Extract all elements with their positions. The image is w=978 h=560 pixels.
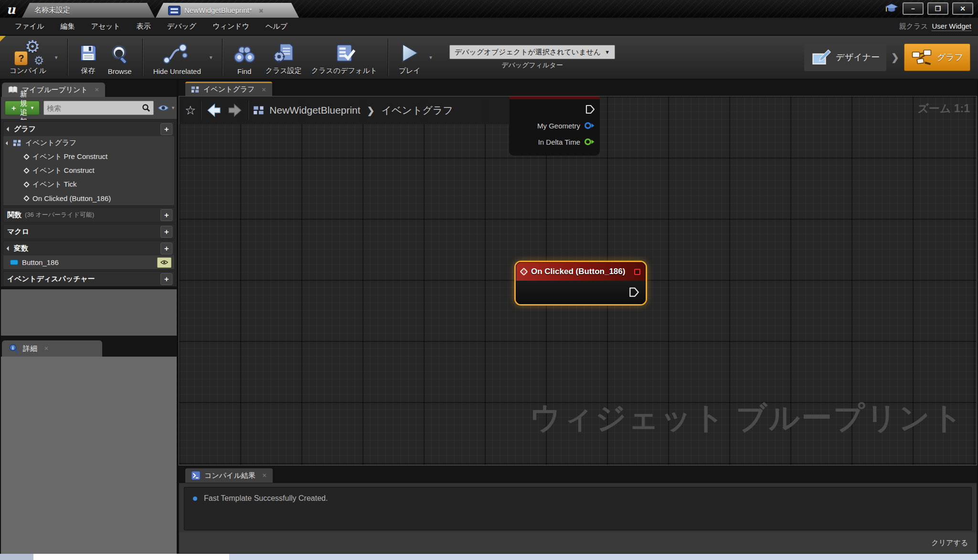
window-tab-untitled[interactable]: 名称未設定 xyxy=(22,3,155,18)
data-pin-green[interactable] xyxy=(584,137,596,146)
graph-mode-icon xyxy=(911,49,932,66)
event-diamond-icon xyxy=(23,154,30,160)
play-options-caret[interactable]: ▼ xyxy=(425,55,436,60)
compile-options-caret[interactable]: ▼ xyxy=(51,55,62,60)
hide-unrelated-caret[interactable]: ▼ xyxy=(206,55,216,60)
restore-button[interactable]: ❐ xyxy=(927,2,948,15)
menu-edit[interactable]: 編集 xyxy=(52,22,83,31)
back-arrow-icon[interactable] xyxy=(206,103,222,118)
tree-item-event-graph[interactable]: イベントグラフ xyxy=(3,136,174,150)
add-dispatcher-button[interactable]: ＋ xyxy=(160,273,172,285)
variable-visibility-toggle[interactable] xyxy=(157,257,171,268)
save-button[interactable]: 保存 xyxy=(74,36,103,79)
menu-window[interactable]: ウィンドウ xyxy=(204,22,257,31)
graph-mode-button[interactable]: グラフ xyxy=(904,43,970,71)
add-variable-button[interactable]: ＋ xyxy=(160,243,172,254)
menu-view[interactable]: 表示 xyxy=(128,22,159,31)
visibility-filter-button[interactable]: ▼ xyxy=(158,104,176,112)
play-button[interactable]: プレイ xyxy=(394,36,425,79)
my-blueprint-tab-close-icon[interactable]: ✕ xyxy=(95,86,99,93)
class-settings-button[interactable]: クラス設定 xyxy=(261,36,307,79)
mode-chevron-icon: ❯ xyxy=(891,52,899,63)
toolbar-corner-accent xyxy=(0,36,6,42)
minimize-icon: – xyxy=(911,5,915,12)
minimize-button[interactable]: – xyxy=(903,2,924,15)
forward-arrow-icon[interactable] xyxy=(227,103,243,118)
eye-icon xyxy=(158,104,169,112)
compiler-message: Fast Template Successfully Created. xyxy=(204,494,328,503)
find-button[interactable]: Find xyxy=(228,36,261,79)
menu-debug[interactable]: デバッグ xyxy=(159,22,204,31)
breadcrumb-root[interactable]: NewWidgetBlueprint xyxy=(269,105,360,116)
my-blueprint-tab[interactable]: マイブループリント ✕ xyxy=(2,83,105,97)
graph-watermark: ウィジェット ブループリント xyxy=(530,397,964,439)
compiler-results-panel: コンパイル結果 ✕ Fast Template Successfully Cre… xyxy=(179,465,977,554)
details-tab[interactable]: i 詳細 ✕ xyxy=(2,340,102,357)
menu-file[interactable]: ファイル xyxy=(7,22,52,31)
add-macro-button[interactable]: ＋ xyxy=(160,226,172,238)
clear-button[interactable]: クリアする xyxy=(931,539,968,548)
my-blueprint-toolbar: ＋ 新規追加 ▼ xyxy=(1,97,177,120)
graph-breadcrumb-bar: ☆ xyxy=(179,96,510,124)
variable-row-button-186[interactable]: Button_186 xyxy=(3,255,174,269)
data-pin-blue[interactable] xyxy=(584,121,596,130)
browse-button[interactable]: Browse xyxy=(103,36,137,79)
tree-item-event-tick[interactable]: イベント Tick xyxy=(3,178,174,191)
tree-item-on-clicked[interactable]: On Clicked (Button_186) xyxy=(3,191,174,205)
graph-canvas[interactable]: My Geometry In Delta Time xyxy=(179,96,977,465)
window-tab-blueprint[interactable]: NewWidgetBlueprint* ✕ xyxy=(156,3,299,18)
expand-arrow-icon xyxy=(7,246,11,251)
compiler-results-tab[interactable]: コンパイル結果 ✕ xyxy=(185,468,273,483)
add-new-button[interactable]: ＋ 新規追加 ▼ xyxy=(5,101,40,115)
event-diamond-icon xyxy=(23,168,30,174)
node-on-clicked[interactable]: On Clicked (Button_186) xyxy=(514,261,647,306)
parent-class-label: 親クラス xyxy=(899,22,928,30)
section-macros-header[interactable]: マクロ ＋ xyxy=(3,224,174,239)
close-button[interactable]: ✕ xyxy=(952,2,973,15)
delegate-pin[interactable] xyxy=(634,269,640,275)
details-info-icon: i xyxy=(9,343,19,354)
event-diamond-icon xyxy=(520,268,528,276)
designer-mode-button[interactable]: デザイナー xyxy=(804,43,886,71)
window-tab-blueprint-label: NewWidgetBlueprint* xyxy=(184,6,252,14)
parent-class-value[interactable]: User Widget xyxy=(932,22,971,31)
menu-asset[interactable]: アセット xyxy=(83,22,128,31)
bookmark-star-icon[interactable]: ☆ xyxy=(185,103,196,118)
tab-close-icon[interactable]: ✕ xyxy=(259,7,264,14)
section-graphs-header[interactable]: グラフ ＋ xyxy=(3,122,174,136)
menu-help[interactable]: ヘルプ xyxy=(257,22,296,31)
hide-unrelated-button[interactable]: Hide Unrelated xyxy=(149,36,206,79)
section-functions-header[interactable]: 関数 (36 オーバーライド可能) ＋ xyxy=(3,208,174,222)
blueprint-search xyxy=(43,101,154,115)
exec-output-pin[interactable] xyxy=(585,104,596,115)
class-defaults-button[interactable]: クラスのデフォルト xyxy=(307,36,382,79)
class-settings-label: クラス設定 xyxy=(266,66,302,75)
compiler-results-tab-close-icon[interactable]: ✕ xyxy=(262,472,267,479)
tree-item-event-construct[interactable]: イベント Construct xyxy=(3,164,174,178)
section-dispatchers-header[interactable]: イベントディスパッチャー ＋ xyxy=(3,272,174,286)
section-variables-header[interactable]: 変数 ＋ xyxy=(3,241,174,255)
exec-output-pin[interactable] xyxy=(628,286,640,298)
tutorial-cap-icon[interactable] xyxy=(884,3,899,14)
details-tab-close-icon[interactable]: ✕ xyxy=(44,345,49,352)
compile-button[interactable]: ⚙ ⚙ ? コンパイル xyxy=(5,36,51,79)
event-graph-icon xyxy=(191,86,200,93)
node-tick-partial[interactable]: My Geometry In Delta Time xyxy=(509,96,600,156)
section-dispatchers: イベントディスパッチャー ＋ xyxy=(3,271,175,286)
event-graph-tab[interactable]: イベントグラフ ✕ xyxy=(185,82,272,96)
tree-item-event-pre-construct[interactable]: イベント Pre Construct xyxy=(3,150,174,164)
blueprint-search-input[interactable] xyxy=(47,104,142,112)
breadcrumb-current[interactable]: イベントグラフ xyxy=(382,104,453,117)
event-graph-tab-close-icon[interactable]: ✕ xyxy=(261,86,266,93)
log-bullet-icon xyxy=(193,497,197,501)
main-toolbar: ⚙ ⚙ ? コンパイル ▼ xyxy=(0,36,978,80)
debug-object-dropdown[interactable]: デバッグオブジェクトが選択されていません ▼ xyxy=(449,45,615,59)
add-function-button[interactable]: ＋ xyxy=(160,209,172,221)
title-bar: u 名称未設定 NewWidgetBlueprint* ✕ – ❐ ✕ xyxy=(0,0,978,18)
event-graph-tab-label: イベントグラフ xyxy=(203,85,255,94)
console-icon xyxy=(191,471,201,480)
window-tab-untitled-label: 名称未設定 xyxy=(34,6,70,15)
add-graph-button[interactable]: ＋ xyxy=(160,123,172,135)
compile-label: コンパイル xyxy=(10,66,46,75)
debug-filter-label: デバッグフィルター xyxy=(501,61,563,70)
